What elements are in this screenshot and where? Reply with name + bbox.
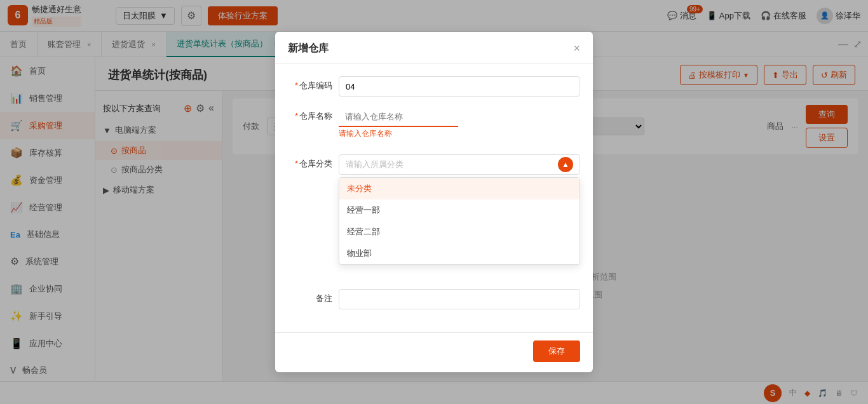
code-label: 仓库编码 bbox=[288, 76, 339, 91]
dropdown-option-property[interactable]: 物业部 bbox=[339, 243, 580, 264]
notes-label: 备注 bbox=[288, 289, 339, 304]
modal-title: 新增仓库 bbox=[288, 42, 329, 55]
dropdown-option-dept2[interactable]: 经营二部 bbox=[339, 221, 580, 243]
name-label: 仓库名称 bbox=[288, 107, 339, 122]
modal-close-button[interactable]: × bbox=[573, 42, 580, 55]
save-button[interactable]: 保存 bbox=[533, 340, 580, 362]
category-placeholder: 请输入所属分类 bbox=[346, 159, 403, 170]
form-row-name: 仓库名称 请输入仓库名称 bbox=[288, 107, 580, 139]
category-dropdown-list: 未分类 经营一部 经营二部 物业部 bbox=[339, 177, 580, 265]
form-row-notes: 备注 bbox=[288, 289, 580, 309]
category-dropdown[interactable]: 请输入所属分类 ▲ bbox=[339, 154, 580, 175]
category-label: 仓库分类 bbox=[288, 154, 339, 170]
modal-header: 新增仓库 × bbox=[275, 32, 593, 64]
dropdown-option-dept1[interactable]: 经营一部 bbox=[339, 199, 580, 221]
form-row-category: 仓库分类 请输入所属分类 ▲ 未分类 经营一部 经营二部 物业部 bbox=[288, 154, 580, 175]
name-error-message: 请输入仓库名称 bbox=[339, 128, 580, 139]
modal-overlay: 新增仓库 × 仓库编码 仓库名称 请输入仓库名称 仓库分类 bbox=[0, 0, 868, 404]
name-input[interactable] bbox=[339, 107, 458, 127]
form-row-code: 仓库编码 bbox=[288, 76, 580, 97]
code-input[interactable] bbox=[339, 76, 580, 97]
modal-footer: 保存 bbox=[275, 332, 593, 372]
dropdown-arrow-icon: ▲ bbox=[558, 157, 573, 172]
add-warehouse-modal: 新增仓库 × 仓库编码 仓库名称 请输入仓库名称 仓库分类 bbox=[275, 32, 593, 372]
notes-input[interactable] bbox=[339, 289, 580, 309]
dropdown-option-uncategorized[interactable]: 未分类 bbox=[339, 178, 580, 199]
modal-body: 仓库编码 仓库名称 请输入仓库名称 仓库分类 请输入所属分类 ▲ bbox=[275, 64, 593, 332]
